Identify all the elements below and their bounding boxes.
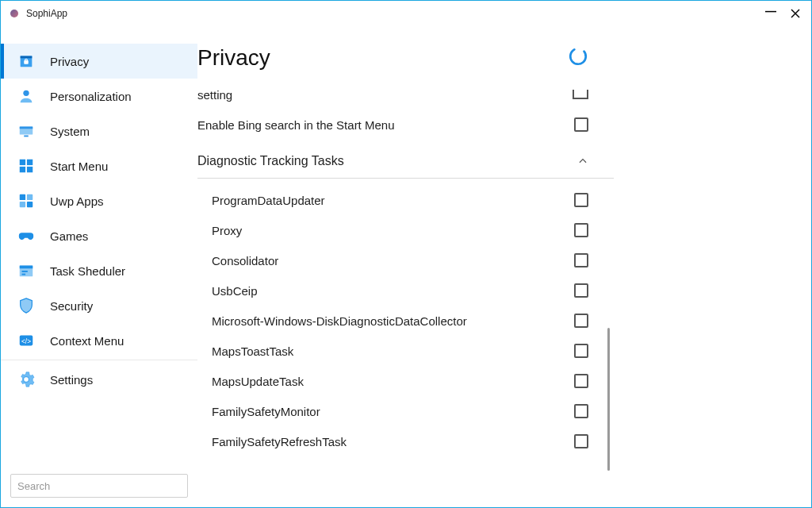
checkbox[interactable] xyxy=(574,193,588,207)
page-title: Privacy xyxy=(197,45,270,71)
window-controls: — xyxy=(765,8,805,19)
svg-rect-2 xyxy=(21,56,33,59)
shield-icon xyxy=(17,296,36,315)
uwp-apps-icon xyxy=(17,191,36,210)
games-icon xyxy=(17,226,36,245)
task-scheduler-icon xyxy=(17,261,36,280)
checkbox[interactable] xyxy=(574,314,588,328)
item-label: Consolidator xyxy=(212,254,278,267)
context-menu-icon: </> xyxy=(17,331,36,350)
setting-row: Enable Bing search in the Start Menu xyxy=(197,110,614,140)
sidebar-item-label: Personalization xyxy=(50,90,132,103)
section-title: Diagnostic Tracking Tasks xyxy=(197,154,344,168)
sidebar-item-label: Task Sheduler xyxy=(50,264,125,278)
setting-label: Enable Bing search in the Start Menu xyxy=(197,118,394,132)
setting-row: setting xyxy=(197,71,614,110)
svg-rect-15 xyxy=(20,202,25,207)
sidebar-item-security[interactable]: Security xyxy=(1,288,197,323)
checkbox[interactable] xyxy=(573,91,588,99)
item-label: MapsUpdateTask xyxy=(212,375,304,388)
checkbox[interactable] xyxy=(574,283,588,298)
sidebar-item-label: Privacy xyxy=(50,55,89,68)
gear-icon xyxy=(17,370,36,389)
svg-rect-16 xyxy=(27,202,33,207)
chevron-up-icon xyxy=(577,156,588,167)
item-label: Proxy xyxy=(212,224,242,237)
checkbox[interactable] xyxy=(574,223,588,237)
app-title: SophiApp xyxy=(26,8,765,19)
personalization-icon xyxy=(17,87,36,106)
sidebar-item-task-scheduler[interactable]: Task Sheduler xyxy=(1,253,197,288)
list-item: Consolidator xyxy=(197,245,614,275)
right-panel xyxy=(614,26,811,507)
list-item: UsbCeip xyxy=(197,275,614,306)
setting-label: setting xyxy=(197,88,232,102)
list-item: ProgramDataUpdater xyxy=(197,185,614,215)
sidebar-item-start-menu[interactable]: Start Menu xyxy=(1,148,197,183)
checkbox[interactable] xyxy=(574,253,588,267)
svg-rect-11 xyxy=(20,167,25,172)
svg-point-5 xyxy=(23,90,29,96)
start-menu-icon xyxy=(17,156,36,175)
svg-rect-14 xyxy=(27,194,33,200)
scrollbar-thumb[interactable] xyxy=(607,328,610,471)
loading-spinner-icon xyxy=(568,46,588,70)
main-area: Privacy setting Enable Bing search in th… xyxy=(197,26,811,507)
svg-point-23 xyxy=(24,377,29,382)
titlebar[interactable]: SophiApp — xyxy=(1,1,811,26)
item-label: FamilySafetyMonitor xyxy=(212,405,320,418)
sidebar-item-label: Games xyxy=(50,229,88,243)
item-label: Microsoft-Windows-DiskDiagnosticDataColl… xyxy=(212,314,467,328)
checkbox[interactable] xyxy=(574,344,588,358)
section-items: ProgramDataUpdater Proxy Consolidator Us… xyxy=(197,179,614,456)
list-item: MapsToastTask xyxy=(197,336,614,366)
section-header[interactable]: Diagnostic Tracking Tasks xyxy=(197,140,614,179)
svg-rect-20 xyxy=(22,274,26,275)
sidebar-item-label: Settings xyxy=(50,373,93,387)
checkbox[interactable] xyxy=(574,117,588,132)
nav-divider xyxy=(1,360,197,360)
sidebar-item-uwp-apps[interactable]: Uwp Apps xyxy=(1,183,197,218)
svg-rect-10 xyxy=(27,160,33,165)
svg-rect-7 xyxy=(20,127,33,129)
svg-rect-9 xyxy=(20,160,25,165)
svg-text:</>: </> xyxy=(21,338,31,345)
close-button[interactable] xyxy=(791,9,800,18)
checkbox[interactable] xyxy=(574,404,588,418)
svg-rect-12 xyxy=(27,167,33,172)
nav-list: Privacy Personalization System xyxy=(1,26,197,466)
checkbox[interactable] xyxy=(574,434,588,448)
svg-rect-8 xyxy=(24,136,29,137)
sidebar-item-settings[interactable]: Settings xyxy=(1,362,197,397)
list-item: Microsoft-Windows-DiskDiagnosticDataColl… xyxy=(197,306,614,336)
item-label: FamilySafetyRefreshTask xyxy=(212,435,347,448)
privacy-icon xyxy=(17,52,36,71)
svg-rect-19 xyxy=(22,271,28,272)
sidebar-item-label: Security xyxy=(50,299,93,313)
list-item: FamilySafetyRefreshTask xyxy=(197,426,614,456)
content-column: Privacy setting Enable Bing search in th… xyxy=(197,26,614,507)
sidebar-item-system[interactable]: System xyxy=(1,114,197,148)
sidebar-item-privacy[interactable]: Privacy xyxy=(1,44,197,79)
search-input[interactable] xyxy=(10,474,188,498)
app-window: SophiApp — Privacy Pers xyxy=(0,0,812,508)
svg-rect-13 xyxy=(20,194,25,200)
sidebar: Privacy Personalization System xyxy=(1,26,197,507)
minimize-button[interactable]: — xyxy=(765,6,776,17)
item-label: MapsToastTask xyxy=(212,344,293,358)
svg-rect-18 xyxy=(20,266,33,269)
checkbox[interactable] xyxy=(574,374,588,388)
sidebar-item-label: Context Menu xyxy=(50,334,124,348)
system-icon xyxy=(17,121,36,140)
sidebar-item-context-menu[interactable]: </> Context Menu xyxy=(1,323,197,358)
list-item: FamilySafetyMonitor xyxy=(197,396,614,426)
list-item: Proxy xyxy=(197,215,614,245)
sidebar-item-games[interactable]: Games xyxy=(1,218,197,253)
sidebar-item-label: Uwp Apps xyxy=(50,194,104,208)
sidebar-item-personalization[interactable]: Personalization xyxy=(1,79,197,114)
svg-point-24 xyxy=(568,46,588,67)
app-icon xyxy=(10,10,18,17)
item-label: UsbCeip xyxy=(212,284,258,298)
item-label: ProgramDataUpdater xyxy=(212,194,325,207)
sidebar-item-label: Start Menu xyxy=(50,160,108,173)
